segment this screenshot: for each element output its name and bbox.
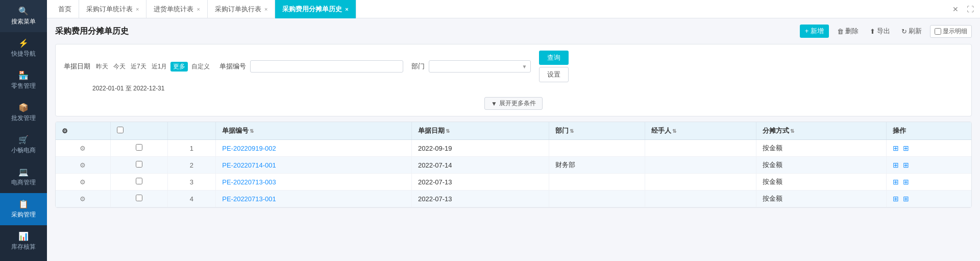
sort-icon: ⇅ [790,128,794,134]
shortcut-icon: ⚡ [18,38,29,48]
col-header-doc_date[interactable]: 单据日期⇅ [411,122,549,140]
filter-area: 单据日期 昨天今天近7天近1月更多自定义 单据编号 部门 ▼ 查询 设置 [55,44,972,116]
tab-close-icon[interactable]: × [136,6,139,12]
sidebar-item-ecommerce[interactable]: 💻电商管理 [0,161,47,193]
row-settings[interactable]: ⚙ [56,157,110,174]
sidebar-item-label: 零售管理 [11,82,36,90]
date-shortcut-昨天[interactable]: 昨天 [94,62,110,72]
settings-icon[interactable]: ⚙ [62,127,68,135]
doc-no-link[interactable]: PE-20220919-002 [222,145,276,152]
export-button[interactable]: ⬆ 导出 [867,25,893,37]
tab-home[interactable]: 首页 [51,0,79,18]
sidebar-item-label: 库存核算 [11,243,36,251]
row-settings[interactable]: ⚙ [56,140,110,157]
doc-no-link[interactable]: PE-20220714-001 [222,161,276,169]
table-body: ⚙1PE-20220919-0022022-09-19按金额⊞⊞⚙2PE-202… [56,140,971,207]
doc-date-cell: 2022-07-13 [411,191,549,207]
sidebar-item-label: 快捷导航 [11,50,36,58]
sidebar-item-purchase[interactable]: 📋采购管理 [0,193,47,225]
refresh-button[interactable]: ↻ 刷新 [898,25,925,37]
view-action-icon[interactable]: ⊞ [893,144,899,152]
date-range-display: 2022-01-01 至 2022-12-31 [92,84,963,93]
edit-action-icon[interactable]: ⊞ [903,195,909,203]
col-header-doc_no[interactable]: 单据编号⇅ [216,122,412,140]
tab-purchase-cost-history[interactable]: 采购费用分摊单历史× [275,0,356,18]
doc-no-cell: PE-20220713-001 [216,191,412,207]
tab-label: 采购订单执行表 [215,5,261,14]
view-action-icon[interactable]: ⊞ [893,178,899,186]
col-header-method[interactable]: 分摊方式⇅ [756,122,887,140]
row-checkbox[interactable] [136,161,142,168]
handler-cell [645,174,756,191]
view-action-icon[interactable]: ⊞ [893,161,899,169]
method-cell: 按金额 [756,157,887,174]
col-header-action: 操作 [887,122,971,140]
edit-action-icon[interactable]: ⊞ [903,161,909,169]
sidebar-item-ecommerce-small[interactable]: 🛒小畅电商 [0,129,47,161]
handler-cell [645,157,756,174]
row-checkbox-cell [110,140,167,157]
date-filter-group: 单据日期 昨天今天近7天近1月更多自定义 [64,62,211,72]
tab-close-icon[interactable]: × [345,6,348,12]
tab-label: 进货单统计表 [154,5,193,14]
row-checkbox[interactable] [136,144,142,151]
sidebar-item-inventory[interactable]: 📊库存核算 [0,225,47,257]
date-range-value: 2022-01-01 至 2022-12-31 [92,85,164,92]
date-shortcut-更多[interactable]: 更多 [170,62,188,72]
row-checkbox[interactable] [136,178,142,184]
close-window-icon[interactable]: ✕ [950,4,961,14]
doc-no-link[interactable]: PE-20220713-003 [222,178,276,186]
tab-purchase-order-stat[interactable]: 采购订单统计表× [79,0,146,18]
doc-date-cell: 2022-07-14 [411,157,549,174]
date-shortcut-自定义[interactable]: 自定义 [190,62,211,72]
edit-action-icon[interactable]: ⊞ [903,178,909,186]
row-number: 1 [167,140,216,157]
maximize-window-icon[interactable]: ⛶ [965,4,976,14]
row-settings[interactable]: ⚙ [56,174,110,191]
date-shortcut-近1月[interactable]: 近1月 [150,62,169,72]
filter-settings-button[interactable]: 设置 [539,67,569,82]
add-button[interactable]: + 新增 [800,25,829,38]
row-number: 2 [167,157,216,174]
dept-filter-input[interactable] [429,60,531,73]
col-header-dept[interactable]: 部门⇅ [549,122,645,140]
docno-filter-input[interactable] [250,60,403,73]
doc-no-link[interactable]: PE-20220713-001 [222,195,276,203]
ecommerce-small-icon: 🛒 [18,135,29,145]
edit-action-icon[interactable]: ⊞ [903,144,909,152]
show-cols-checkbox[interactable] [935,28,941,35]
select-all-checkbox[interactable] [117,127,124,133]
sidebar-item-retail[interactable]: 🏪零售管理 [0,64,47,97]
show-cols-button[interactable]: 显示明细 [930,25,972,38]
sidebar-item-shortcut[interactable]: ⚡快捷导航 [0,32,47,64]
retail-icon: 🏪 [18,70,29,80]
page-title: 采购费用分摊单历史 [55,26,129,37]
tab-close-icon[interactable]: × [197,6,200,12]
filter-row: 单据日期 昨天今天近7天近1月更多自定义 单据编号 部门 ▼ 查询 设置 [64,51,963,82]
delete-button[interactable]: 🗑 删除 [834,25,862,37]
search-button[interactable]: 查询 [539,51,569,65]
tab-purchase-order-exec[interactable]: 采购订单执行表× [208,0,275,18]
sidebar-item-finance[interactable]: 💰资金管理 [0,257,47,261]
col-header-handler[interactable]: 经手人⇅ [645,122,756,140]
expand-more-button[interactable]: ▼ 展开更多条件 [484,97,543,110]
wholesale-icon: 📦 [18,103,29,112]
date-shortcut-近7天[interactable]: 近7天 [129,62,148,72]
row-number: 3 [167,174,216,191]
sidebar-item-search[interactable]: 🔍搜索菜单 [0,0,47,32]
table-row: ⚙4PE-20220713-0012022-07-13按金额⊞⊞ [56,191,971,207]
table-row: ⚙2PE-20220714-0012022-07-14财务部按金额⊞⊞ [56,157,971,174]
row-settings[interactable]: ⚙ [56,191,110,207]
table-row: ⚙1PE-20220919-0022022-09-19按金额⊞⊞ [56,140,971,157]
sidebar-item-label: 采购管理 [11,210,36,219]
date-shortcut-今天[interactable]: 今天 [112,62,127,72]
date-shortcuts: 昨天今天近7天近1月更多自定义 [94,62,211,72]
sidebar-item-wholesale[interactable]: 📦批发管理 [0,97,47,129]
inventory-icon: 📊 [18,231,29,241]
row-checkbox[interactable] [136,195,142,201]
view-action-icon[interactable]: ⊞ [893,195,899,203]
tab-purchase-receipt-stat[interactable]: 进货单统计表× [146,0,207,18]
table-wrapper: ⚙单据编号⇅单据日期⇅部门⇅经手人⇅分摊方式⇅操作 ⚙1PE-20220919-… [55,122,972,208]
page-body: 采购费用分摊单历史 + 新增 🗑 删除 ⬆ 导出 ↻ 刷新 显示明细 [47,18,980,261]
tab-close-icon[interactable]: × [264,6,267,12]
